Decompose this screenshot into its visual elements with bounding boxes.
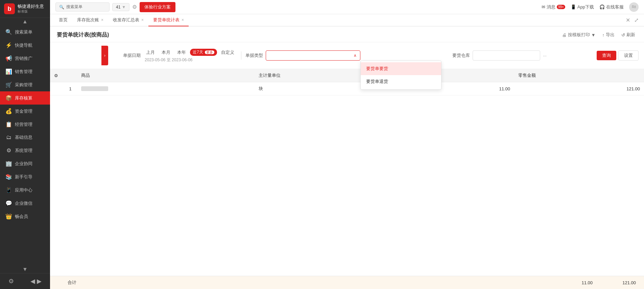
sidebar-item-marketing[interactable]: 📢 营销推广 [0,52,50,65]
tab-inventory-batch-close[interactable]: × [101,18,103,22]
export-btn[interactable]: ↑ 导出 [600,30,617,39]
tab-home[interactable]: 首页 [54,14,72,26]
date-buttons: 上月 本月 本年 近7天 更多 自定义 [143,48,237,57]
inventory-icon: 📦 [5,95,12,101]
sidebar-item-finance[interactable]: 💰 资金管理 [0,105,50,118]
tab-inventory-batch-label: 库存批次账 [77,17,99,23]
online-service-label: 在线客服 [606,4,624,10]
tab-receivable-summary-label: 收发存汇总表 [113,17,139,23]
app-download-label: App下载 [577,4,594,10]
dropdown-item-order-return[interactable]: 要货单退货 [361,75,441,88]
filter-divider-1 [241,51,241,60]
sidebar-item-wechat[interactable]: 💬 企业微信 [0,197,50,210]
sidebar-item-members[interactable]: 👑 畅会员 [0,210,50,223]
date-btn-last-month[interactable]: 上月 [143,48,158,57]
query-btn[interactable]: 查询 [597,51,616,60]
filter-actions: 查询 设置 [597,50,639,61]
wechat-icon: 💬 [5,200,12,206]
topbar-gear-icon[interactable]: ⚙ [132,4,137,10]
sidebar-item-label: 搜索菜单 [15,29,32,35]
sidebar-item-label: 采购管理 [15,82,32,88]
sidebar-scroll-up[interactable]: ▲ [0,18,50,25]
quick-nav-icon: ⚡ [5,42,12,48]
tabbar: 首页 库存批次账 × 收发存汇总表 × 要货单统计表 × ✕ ⤢ [50,14,644,26]
export-icon: ↑ [602,32,605,38]
footer-label: 合计 [54,280,122,286]
purchase-icon: 🛒 [5,82,12,88]
sidebar-item-label: 系统管理 [15,148,32,154]
sidebar-item-inventory[interactable]: 📦 库存核算 [0,91,50,105]
col-amount: 零售金额 [514,69,644,82]
date-btn-recent[interactable]: 近7天 更多 [190,49,217,56]
warehouse-filter-input[interactable] [473,50,540,61]
tab-order-stats-close[interactable]: × [182,18,184,22]
refresh-btn[interactable]: ↺ 刷新 [619,30,637,39]
topbar-left: 🔍 搜索菜单 41 ▼ ⚙ 体验行业方案 [55,2,538,12]
goods-blurred [81,86,108,91]
date-btn-this-year[interactable]: 本年 [174,48,189,57]
sidebar-item-app-center[interactable]: 📱 应用中心 [0,183,50,197]
marketing-icon: 📢 [5,55,12,62]
app-download-btn[interactable]: 📱 App下载 [571,4,594,10]
collapse-sidebar-btn[interactable]: ◀ ▶ [28,276,44,286]
sidebar-item-guide[interactable]: 📚 新手引导 [0,170,50,183]
brand-name: 畅捷通好生意 [18,4,44,9]
dropdown-item-order-goods-label: 要货单要货 [366,66,388,71]
sidebar-item-sales[interactable]: 📊 销售管理 [0,65,50,78]
type-filter-input[interactable]: ∧ [266,50,360,61]
print-btn[interactable]: 🖨 按模板打印 ▼ [560,30,598,39]
tab-order-stats[interactable]: 要货单统计表 × [148,14,189,26]
tab-receivable-summary-close[interactable]: × [141,18,144,22]
tab-maximize-btn[interactable]: ⤢ [633,16,640,24]
sidebar-item-label: 企业协同 [15,161,32,167]
tab-receivable-summary[interactable]: 收发存汇总表 × [108,14,148,26]
type-dropdown-arrow-icon: ∧ [354,53,357,58]
system-icon: ⚙ [5,147,12,154]
page-actions: 🖨 按模板打印 ▼ ↑ 导出 ↺ 刷新 [560,30,637,39]
trial-btn[interactable]: 体验行业方案 [140,2,175,12]
num-label: 41 [116,5,120,9]
filter-expand-btn[interactable]: › [101,46,108,65]
table-footer: 合计 11.00 121.00 [50,276,644,289]
search-menu-label: 搜索菜单 [66,4,82,10]
sidebar-item-purchase[interactable]: 🛒 采购管理 [0,78,50,91]
page-title: 要货单统计表(按商品) [57,31,109,39]
search-menu-icon: 🔍 [59,5,64,9]
user-avatar[interactable]: Rit [629,2,639,12]
search-icon: 🔍 [5,29,12,35]
sidebar-item-basic-info[interactable]: 🗂 基础信息 [0,131,50,144]
warehouse-filter-label: 要货仓库 [452,52,470,59]
date-btn-recent-label: 近7天 [193,50,203,54]
settings-bottom-btn[interactable]: ⚙ [6,276,17,286]
sidebar-item-label: 应用中心 [15,187,32,193]
search-menu-input[interactable]: 🔍 搜索菜单 [55,2,110,12]
warehouse-dots-btn[interactable]: ··· [543,53,547,58]
topbar-right: ✉ 消息 99+ 📱 App下载 🎧 在线客服 Rit [542,2,639,12]
dropdown-item-order-goods[interactable]: 要货单要货 [361,62,441,75]
logo-icon: b [4,3,15,14]
sidebar-item-label: 库存核算 [15,95,32,101]
sidebar-item-search[interactable]: 🔍 搜索菜单 [0,25,50,39]
sidebar-item-system[interactable]: ⚙ 系统管理 [0,144,50,157]
online-service-icon: 🎧 [599,4,605,9]
type-dropdown-menu: 要货单要货 要货单退货 [360,61,442,90]
tab-close-all-btn[interactable]: ✕ [624,16,631,24]
filter-settings-btn[interactable]: 设置 [618,50,639,61]
sidebar-item-quick-nav[interactable]: ⚡ 快捷导航 [0,39,50,52]
col-settings[interactable]: ⚙ [50,69,64,82]
app-logo: b 畅捷通好生意 标准版 [0,0,50,18]
sidebar-item-label: 销售管理 [15,69,32,75]
sidebar-item-operations[interactable]: 📋 经营管理 [0,118,50,131]
online-service-btn[interactable]: 🎧 在线客服 [599,4,624,10]
page-header: 要货单统计表(按商品) 🖨 按模板打印 ▼ ↑ 导出 ↺ 刷新 [50,26,644,42]
messages-btn[interactable]: ✉ 消息 99+ [542,4,565,10]
tab-inventory-batch[interactable]: 库存批次账 × [72,14,108,26]
date-btn-custom[interactable]: 自定义 [218,48,237,57]
sidebar-scroll-down[interactable]: ▼ [0,266,50,273]
sidebar-item-enterprise[interactable]: 🏢 企业协同 [0,157,50,170]
topbar: 🔍 搜索菜单 41 ▼ ⚙ 体验行业方案 ✉ 消息 99+ 📱 App下载 🎧 [50,0,644,14]
date-btn-this-month[interactable]: 本月 [159,48,173,57]
export-label: 导出 [606,32,615,38]
guide-icon: 📚 [5,174,12,180]
td-settings [50,82,64,95]
